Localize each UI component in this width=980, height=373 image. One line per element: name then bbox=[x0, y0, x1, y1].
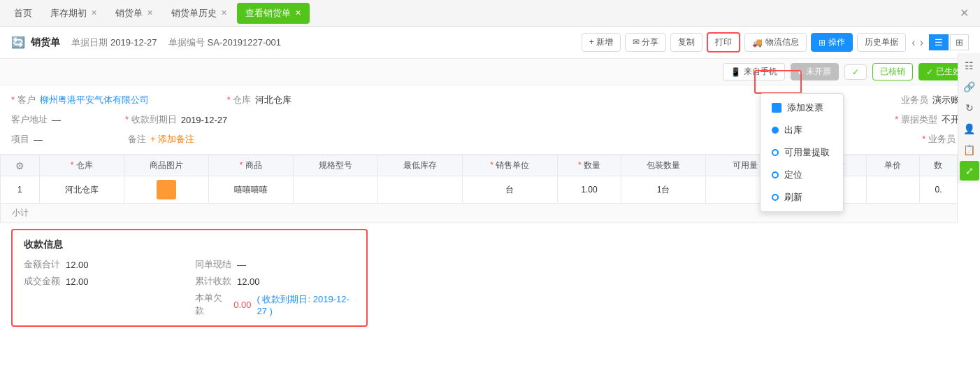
view-grid-button[interactable]: ⊞ bbox=[950, 34, 969, 50]
warehouse-field: 仓库 河北仓库 bbox=[227, 94, 292, 106]
cell-warehouse: 河北仓库 bbox=[39, 176, 124, 204]
product-image bbox=[157, 180, 176, 199]
next-arrow[interactable]: › bbox=[918, 36, 925, 49]
total-amount-item: 金额合计 12.00 bbox=[24, 258, 184, 271]
doc-meta: 单据日期 2019-12-27 单据编号 SA-20191227-001 bbox=[71, 36, 281, 49]
tab-view-sales-close[interactable]: ✕ bbox=[295, 9, 301, 17]
note-field: 备注 添加备注 bbox=[128, 133, 194, 146]
tab-bar: 首页 库存期初 ✕ 销货单 ✕ 销货单历史 ✕ 查看销货单 ✕ ✕ bbox=[0, 0, 980, 27]
doc-date-field: 单据日期 2019-12-27 bbox=[71, 36, 157, 49]
tab-sales-order[interactable]: 销货单 ✕ bbox=[107, 3, 161, 24]
prev-arrow[interactable]: ‹ bbox=[910, 36, 916, 49]
add-note-button[interactable]: 添加备注 bbox=[150, 133, 194, 146]
th-spec: 规格型号 bbox=[293, 155, 377, 176]
doc-number-label: 单据编号 bbox=[168, 36, 205, 49]
this-order-due-item: 本单欠款 0.00 ( 收款到期日: 2019-12-27 ) bbox=[195, 292, 355, 317]
tab-view-sales[interactable]: 查看销货单 ✕ bbox=[237, 3, 310, 24]
th-unit-price: 单价 bbox=[866, 155, 919, 176]
note-label: 备注 bbox=[128, 133, 146, 146]
not-open-icon: ● bbox=[798, 67, 803, 77]
same-order-label: 同单现结 bbox=[195, 258, 231, 271]
th-product: * 商品 bbox=[208, 155, 293, 176]
view-toggle: ☰ ⊞ bbox=[929, 34, 969, 50]
cumulative-item: 累计收款 12.00 bbox=[195, 275, 355, 288]
locate-item[interactable]: 定位 bbox=[761, 164, 843, 186]
doc-icon: 🔄 bbox=[11, 36, 25, 49]
confirm-button[interactable]: ✓ bbox=[844, 64, 867, 80]
sidebar-icon-1[interactable]: ☷ bbox=[960, 56, 979, 76]
phone-icon: 📱 bbox=[730, 67, 741, 77]
window-close-button[interactable]: ✕ bbox=[954, 6, 974, 20]
operations-button[interactable]: ⊞ 操作 bbox=[811, 33, 853, 52]
from-phone-button[interactable]: 📱 来自手机 bbox=[723, 63, 785, 80]
project-field: 项目 — bbox=[11, 133, 43, 146]
available-qty-label: 可用量提取 bbox=[784, 146, 830, 159]
th-unit: * 销售单位 bbox=[462, 155, 557, 176]
right-sidebar: ☷ 🔗 ↻ 👤 📋 ⤢ bbox=[958, 53, 980, 183]
cell-min-stock bbox=[377, 176, 462, 204]
add-button[interactable]: + 新增 bbox=[582, 33, 621, 52]
not-open-ticket-button[interactable]: ● 未开票 bbox=[791, 63, 839, 80]
available-qty-item[interactable]: 可用量提取 bbox=[761, 141, 843, 164]
operations-icon: ⊞ bbox=[819, 38, 826, 48]
cell-unit: 台 bbox=[462, 176, 557, 204]
deal-amount-value: 12.00 bbox=[66, 276, 89, 287]
print-button[interactable]: 打印 bbox=[707, 32, 740, 52]
payment-date-label: 收款到期日 bbox=[125, 113, 177, 126]
sidebar-icon-5[interactable]: 📋 bbox=[960, 140, 979, 160]
outbound-item[interactable]: 出库 bbox=[761, 119, 843, 141]
payment-date-value: 2019-12-27 bbox=[181, 115, 228, 125]
copy-button[interactable]: 复制 bbox=[670, 33, 702, 52]
sidebar-icon-4[interactable]: 👤 bbox=[960, 119, 979, 139]
this-order-due-value: 0.00 bbox=[233, 300, 251, 310]
tab-inventory-close[interactable]: ✕ bbox=[91, 9, 97, 17]
cumulative-label: 累计收款 bbox=[195, 275, 231, 288]
sidebar-icon-2[interactable]: 🔗 bbox=[960, 77, 979, 97]
tab-inventory-init[interactable]: 库存期初 ✕ bbox=[42, 3, 106, 24]
second-toolbar: 📱 来自手机 ● 未开票 ✓ 已核销 ✓ 已生效 bbox=[0, 59, 980, 85]
tab-sales-history-close[interactable]: ✕ bbox=[221, 9, 227, 17]
doc-number-value: SA-20191227-001 bbox=[208, 37, 282, 48]
share-button[interactable]: ✉ 分享 bbox=[625, 33, 666, 52]
staff2-label: 业务员 bbox=[922, 133, 956, 146]
cell-unit-price bbox=[866, 176, 919, 204]
total-amount-label: 金额合计 bbox=[24, 258, 60, 271]
th-warehouse: * 仓库 bbox=[39, 155, 124, 176]
th-min-stock: 最低库存 bbox=[377, 155, 462, 176]
tab-sales-order-close[interactable]: ✕ bbox=[147, 9, 153, 17]
th-gear[interactable]: ⚙ bbox=[1, 155, 40, 176]
add-invoice-item[interactable]: 添加发票 bbox=[761, 97, 843, 119]
doc-title-area: 🔄 销货单 bbox=[11, 36, 60, 49]
confirmed-label[interactable]: 已核销 bbox=[872, 63, 913, 80]
customer-value[interactable]: 柳州粤港平安气体有限公司 bbox=[40, 94, 149, 106]
operations-dropdown: 添加发票 出库 可用量提取 定位 刷新 bbox=[760, 93, 844, 212]
logistics-label: 物流信息 bbox=[765, 36, 799, 48]
deal-amount-item: 成交金额 12.00 bbox=[24, 275, 184, 288]
tab-home[interactable]: 首页 bbox=[6, 3, 41, 24]
confirm-icon: ✓ bbox=[852, 67, 859, 77]
total-amount-value: 12.00 bbox=[66, 260, 89, 270]
sidebar-icon-3[interactable]: ↻ bbox=[960, 98, 979, 118]
view-list-button[interactable]: ☰ bbox=[929, 34, 949, 50]
due-date-text[interactable]: ( 收款到期日: 2019-12-27 ) bbox=[257, 293, 355, 316]
project-label: 项目 bbox=[11, 133, 29, 146]
add-invoice-label: 添加发票 bbox=[787, 101, 823, 114]
cell-qty: 1.00 bbox=[557, 176, 621, 204]
main-content: 🔄 销货单 单据日期 2019-12-27 单据编号 SA-20191227-0… bbox=[0, 27, 980, 373]
customer-field: 客户 柳州粤港平安气体有限公司 bbox=[11, 94, 149, 106]
refresh-item[interactable]: 刷新 bbox=[761, 186, 843, 209]
sidebar-icon-6[interactable]: ⤢ bbox=[960, 161, 979, 181]
tab-inventory-label: 库存期初 bbox=[50, 7, 87, 20]
locate-label: 定位 bbox=[784, 169, 802, 181]
summary-section: 收款信息 金额合计 12.00 同单现结 — 成交金额 12.00 累计收款 1… bbox=[11, 229, 368, 327]
toolbar: + 新增 ✉ 分享 复制 打印 🚚 物流信息 ⊞ 操作 历史单据 ‹ › ☰ ⊞ bbox=[582, 32, 969, 52]
tab-sales-history[interactable]: 销货单历史 ✕ bbox=[163, 3, 236, 24]
tab-view-sales-label: 查看销货单 bbox=[245, 7, 291, 20]
logistics-button[interactable]: 🚚 物流信息 bbox=[744, 33, 807, 52]
refresh-icon bbox=[772, 194, 779, 201]
cumulative-value: 12.00 bbox=[237, 276, 260, 287]
tab-sales-history-label: 销货单历史 bbox=[171, 7, 217, 20]
logistics-icon: 🚚 bbox=[752, 38, 763, 48]
payment-date-field: 收款到期日 2019-12-27 bbox=[125, 113, 227, 126]
history-button[interactable]: 历史单据 bbox=[857, 33, 906, 52]
